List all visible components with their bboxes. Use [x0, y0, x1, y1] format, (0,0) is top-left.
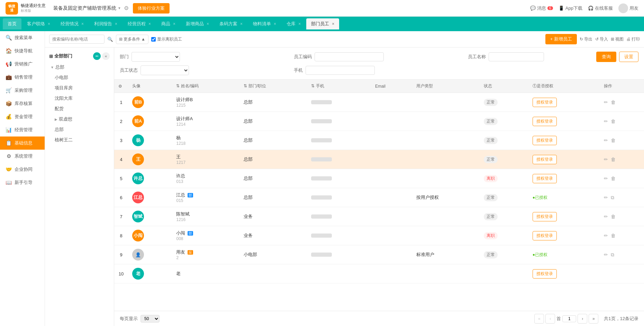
prev-page-btn[interactable]: ‹ [545, 314, 555, 324]
filter-empname-input[interactable] [489, 52, 544, 61]
filter-status-select[interactable] [140, 65, 189, 75]
auth-button[interactable]: 授权登录 [533, 98, 557, 107]
trial-button[interactable]: 体验行业方案 [133, 3, 170, 14]
col-phone[interactable]: ⇅ 手机 [307, 80, 371, 93]
nav-tab-employees[interactable]: 部门员工 × [306, 18, 339, 29]
settings-button[interactable]: 设置 [619, 52, 638, 62]
dept-item-zongbu2[interactable]: 总部 [45, 124, 114, 135]
copy-icon[interactable]: ⧉ [611, 252, 614, 258]
nav-tab-goods-close[interactable]: × [173, 21, 175, 26]
nav-tab-goods[interactable]: 商品 × [156, 18, 180, 29]
nav-tab-home[interactable]: 首页 [3, 18, 21, 29]
show-resigned-checkbox-label[interactable]: 显示离职员工 [151, 36, 182, 42]
edit-icon[interactable]: ✏ [604, 214, 608, 219]
delete-icon[interactable]: 🗑 [611, 233, 616, 238]
nav-tab-warehouse[interactable]: 仓库 × [282, 18, 306, 29]
auth-button[interactable]: 授权登录 [533, 174, 557, 183]
user-action[interactable]: 用友 [618, 3, 638, 13]
query-button[interactable]: 查询 [596, 52, 616, 62]
delete-icon[interactable]: 🗑 [611, 157, 616, 162]
page-input[interactable] [562, 315, 576, 322]
edit-icon[interactable]: ✏ [604, 138, 608, 143]
nav-tab-warehouse-close[interactable]: × [298, 21, 301, 26]
app-download-action[interactable]: 📱 App下载 [559, 5, 582, 11]
nav-tab-barcode[interactable]: 条码方案 × [215, 18, 247, 29]
nav-tab-customers-close[interactable]: × [48, 21, 50, 26]
delete-icon[interactable]: 🗑 [611, 214, 616, 219]
sidebar-item-sales[interactable]: 💼 销售管理 [0, 71, 45, 84]
last-page-btn[interactable]: » [589, 314, 598, 324]
filter-empcode-input[interactable] [315, 52, 384, 61]
export-button[interactable]: ↻ 导出 [580, 36, 592, 42]
gear-area[interactable]: ⚙ [124, 5, 129, 11]
dept-item-xiaodian[interactable]: 小电部 [45, 72, 114, 83]
auth-button[interactable]: 授权登录 [533, 117, 557, 126]
auth-button[interactable]: 授权登录 [533, 136, 557, 145]
view-button[interactable]: ⊞ 视图 [611, 36, 624, 42]
import-button[interactable]: ↺ 导入 [595, 36, 608, 42]
dept-item-shuangxu[interactable]: ▶ 双虚想 [45, 114, 114, 124]
dept-edit-btn[interactable]: ✏ [93, 52, 101, 60]
nav-tab-history-close[interactable]: × [148, 21, 151, 26]
delete-icon[interactable]: 🗑 [611, 99, 616, 105]
sidebar-item-marketing[interactable]: 📢 营销推广 [0, 58, 45, 71]
message-action[interactable]: 💬 消息 6 [530, 5, 553, 11]
sidebar-item-search[interactable]: 🔍 搜索菜单 [0, 31, 45, 44]
more-filter-button[interactable]: ⊞ 更多条件 ▲ [116, 35, 148, 44]
auth-button[interactable]: 授权登录 [533, 212, 557, 221]
copy-icon[interactable]: ⧉ [611, 195, 614, 201]
sidebar-item-inventory[interactable]: 📦 库存核算 [0, 97, 45, 110]
sidebar-item-guide[interactable]: 📖 新手引导 [0, 176, 45, 189]
col-name[interactable]: ⇅ 姓名/编码 [172, 80, 239, 93]
add-employee-button[interactable]: + 新增员工 [545, 34, 577, 44]
nav-tab-bom[interactable]: 物料清单 × [248, 18, 281, 29]
edit-icon[interactable]: ✏ [604, 99, 608, 105]
dept-item-peihuo[interactable]: 配货 [45, 104, 114, 114]
col-settings[interactable]: ⚙ [114, 80, 128, 93]
delete-icon[interactable]: 🗑 [611, 118, 616, 124]
auth-button[interactable]: 授权登录 [533, 269, 557, 279]
search-input[interactable] [49, 35, 105, 44]
dept-item-xiangmu[interactable]: 项目库房 [45, 83, 114, 93]
search-button[interactable]: 🔍 [107, 37, 113, 42]
nav-tab-operations[interactable]: 经营情况 × [56, 18, 89, 29]
page-size-select[interactable]: 50 20 100 [140, 315, 160, 323]
edit-icon[interactable]: ✏ [604, 157, 608, 162]
nav-tab-profit[interactable]: 利润报告 × [89, 18, 122, 29]
edit-icon[interactable]: ✏ [604, 176, 608, 181]
edit-icon[interactable]: ✏ [604, 195, 608, 201]
nav-tab-history[interactable]: 经营历程 × [123, 18, 156, 29]
sidebar-item-ops[interactable]: 📊 经营管理 [0, 123, 45, 136]
col-dept[interactable]: ⇅ 部门/职位 [239, 80, 307, 93]
nav-tab-customers[interactable]: 客户联络 × [22, 18, 55, 29]
edit-icon[interactable]: ✏ [604, 233, 608, 238]
delete-icon[interactable]: 🗑 [611, 176, 616, 181]
filter-dept-select[interactable] [131, 52, 180, 62]
delete-icon[interactable]: 🗑 [611, 138, 616, 143]
print-button[interactable]: 🖨 打印 [626, 36, 640, 42]
show-resigned-checkbox[interactable] [151, 37, 156, 42]
next-page-btn[interactable]: › [578, 314, 587, 324]
online-service-action[interactable]: 🎧 在线客服 [588, 5, 613, 11]
first-page-btn[interactable]: « [534, 314, 544, 324]
sidebar-item-cooperation[interactable]: 🤝 企业协同 [0, 163, 45, 176]
sidebar-item-system[interactable]: ⚙ 系统管理 [0, 150, 45, 163]
sidebar-item-shortcut[interactable]: 🏠 快捷导航 [0, 44, 45, 58]
nav-tab-employees-close[interactable]: × [332, 21, 334, 26]
edit-icon[interactable]: ✏ [604, 118, 608, 124]
dept-item-zhishu[interactable]: 植树王二 [45, 135, 114, 145]
dept-collapse-btn[interactable]: « [102, 52, 110, 60]
dept-item-zongbu[interactable]: ▼ 总部 [45, 62, 114, 72]
nav-tab-add-goods-close[interactable]: × [207, 21, 209, 26]
nav-tab-barcode-close[interactable]: × [240, 21, 243, 26]
sidebar-item-basic[interactable]: 📋 基础信息 [0, 136, 45, 150]
edit-icon[interactable]: ✏ [604, 252, 608, 258]
sidebar-item-purchase[interactable]: 🛒 采购管理 [0, 84, 45, 97]
auth-button[interactable]: 授权登录 [533, 231, 557, 240]
auth-button[interactable]: 授权登录 [533, 155, 557, 164]
system-title-area[interactable]: 装备及固定资产辅助管理系统 ▼ [51, 5, 121, 11]
nav-tab-profit-close[interactable]: × [115, 21, 117, 26]
sidebar-item-finance[interactable]: 💰 资金管理 [0, 110, 45, 123]
filter-phone-input[interactable] [306, 66, 375, 75]
nav-tab-bom-close[interactable]: × [274, 21, 276, 26]
